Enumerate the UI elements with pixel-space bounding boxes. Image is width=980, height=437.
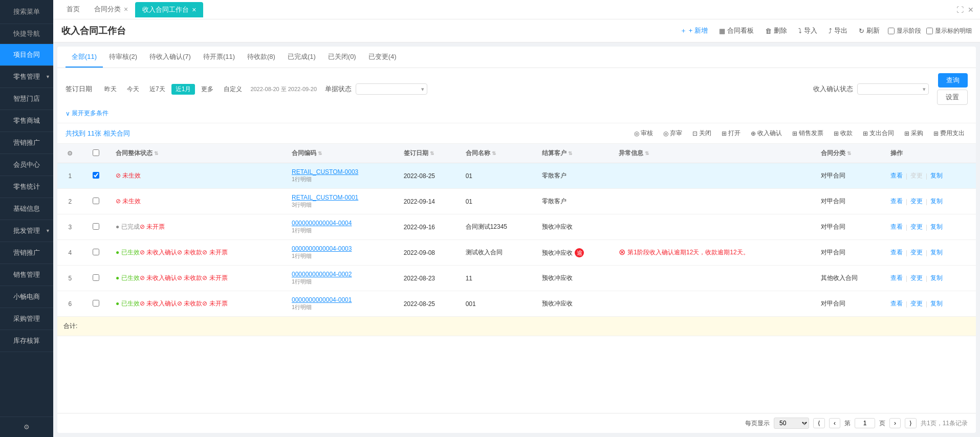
date-btn-custom[interactable]: 自定义: [220, 84, 246, 95]
action-查看[interactable]: 查看: [890, 299, 903, 308]
sidebar-item-smart-store[interactable]: 智慧门店: [0, 88, 53, 110]
tab-home[interactable]: 首页: [59, 1, 87, 19]
action-复制[interactable]: 复制: [930, 299, 943, 308]
first-page-button[interactable]: ⟨: [813, 418, 825, 428]
sort-icon-type[interactable]: ⇅: [847, 150, 851, 156]
last-page-button[interactable]: ⟩: [905, 418, 917, 428]
action-复制[interactable]: 复制: [930, 223, 943, 231]
status-tab-done[interactable]: 已完成(1): [281, 47, 322, 68]
sort-icon-abnormal[interactable]: ⇅: [645, 150, 649, 156]
date-btn-more[interactable]: 更多: [197, 84, 217, 95]
close-tab-contract-cat[interactable]: ×: [124, 5, 128, 13]
status-tab-pending-receipt[interactable]: 待收款(8): [241, 47, 281, 68]
sort-icon-status[interactable]: ⇅: [154, 150, 158, 156]
date-btn-today[interactable]: 今天: [123, 84, 143, 95]
sidebar-item-retail[interactable]: 零售管理: [0, 66, 53, 88]
abandon-button[interactable]: ◎ 弃审: [660, 127, 685, 139]
show-phase-checkbox[interactable]: 显示阶段: [888, 27, 921, 35]
sidebar-item-project[interactable]: 项目合同: [0, 44, 53, 66]
sidebar-item-stock[interactable]: 库存核算: [0, 330, 53, 352]
page-number-input[interactable]: [855, 418, 875, 428]
expense-payout-button[interactable]: ⊞ 费用支出: [930, 127, 968, 139]
close-button[interactable]: ⊡ 关闭: [689, 127, 714, 139]
maximize-icon[interactable]: ⛶: [956, 6, 964, 14]
sidebar-item-marketing1[interactable]: 营销推广: [0, 132, 53, 154]
sort-icon-date[interactable]: ⇅: [430, 150, 434, 156]
action-变更[interactable]: 变更: [910, 248, 923, 257]
row-checkbox[interactable]: [93, 274, 99, 281]
col-gear[interactable]: ⚙: [57, 144, 83, 163]
page-size-select[interactable]: 50 100: [774, 418, 809, 429]
row-checkbox[interactable]: [93, 249, 99, 255]
sidebar-search[interactable]: 搜索菜单: [0, 0, 53, 24]
sidebar-item-base-info[interactable]: 基础信息: [0, 198, 53, 220]
import-button[interactable]: ⤵ 导入: [795, 25, 820, 36]
kanban-button[interactable]: ▦ 合同看板: [716, 25, 757, 36]
expand-filter-button[interactable]: ∨ 展开更多条件: [66, 109, 108, 118]
action-复制[interactable]: 复制: [930, 171, 943, 180]
action-查看[interactable]: 查看: [890, 248, 903, 257]
sidebar-item-retail-stats[interactable]: 零售统计: [0, 176, 53, 198]
contract-code-link[interactable]: 0000000000004-0003: [292, 245, 391, 252]
status-tab-pending-invoice[interactable]: 待开票(11): [197, 47, 241, 68]
payout-contract-button[interactable]: ⊞ 支出合同: [860, 127, 897, 139]
action-复制[interactable]: 复制: [930, 197, 943, 206]
new-button[interactable]: ＋ + 新增: [677, 25, 711, 36]
action-查看[interactable]: 查看: [890, 274, 903, 282]
sidebar-item-member[interactable]: 会员中心: [0, 154, 53, 176]
date-btn-1month[interactable]: 近1月: [171, 84, 195, 95]
tab-income-workbench[interactable]: 收入合同工作台 ×: [135, 2, 203, 17]
date-btn-yesterday[interactable]: 昨天: [100, 84, 121, 95]
close-window-icon[interactable]: ✕: [968, 6, 974, 14]
sidebar-item-marketing2[interactable]: 营销推广: [0, 242, 53, 264]
row-checkbox[interactable]: [93, 300, 99, 307]
sidebar-item-sales[interactable]: 销售管理: [0, 264, 53, 286]
contract-code-link[interactable]: RETAIL_CUSTOM-0001: [292, 194, 391, 201]
doc-status-select[interactable]: [356, 83, 427, 95]
action-查看[interactable]: 查看: [890, 171, 903, 180]
status-tab-all[interactable]: 全部(11): [66, 47, 103, 68]
row-checkbox[interactable]: [93, 172, 99, 179]
sort-icon-code[interactable]: ⇅: [318, 150, 322, 156]
income-confirm-select[interactable]: [857, 83, 929, 95]
prev-page-button[interactable]: ‹: [829, 418, 840, 428]
status-tab-closed[interactable]: 已关闭(0): [322, 47, 362, 68]
status-tab-changed[interactable]: 已变更(4): [362, 47, 403, 68]
action-变更[interactable]: 变更: [910, 299, 923, 308]
filter-settings-button[interactable]: 设置: [937, 90, 968, 105]
status-tab-pending-review[interactable]: 待审核(2): [103, 47, 143, 68]
contract-code-link[interactable]: 0000000000004-0001: [292, 296, 391, 303]
action-变更[interactable]: 变更: [910, 223, 923, 231]
tab-contract-cat[interactable]: 合同分类 ×: [87, 1, 135, 19]
purchase-button[interactable]: ⊞ 采购: [901, 127, 926, 139]
action-复制[interactable]: 复制: [930, 248, 943, 257]
status-tab-pending-confirm[interactable]: 待收入确认(7): [143, 47, 197, 68]
sort-icon-customer[interactable]: ⇅: [568, 150, 572, 156]
contract-code-link[interactable]: 0000000000004-0004: [292, 220, 391, 227]
action-查看[interactable]: 查看: [890, 223, 903, 231]
col-checkbox[interactable]: [83, 144, 110, 163]
income-confirm-button[interactable]: ⊕ 收入确认: [748, 127, 785, 139]
delete-button[interactable]: 🗑 删除: [762, 25, 790, 36]
review-button[interactable]: ◎ 审核: [631, 127, 656, 139]
sidebar-item-ecom[interactable]: 零售商城: [0, 110, 53, 132]
sales-invoice-button[interactable]: ⊞ 销售发票: [789, 127, 826, 139]
export-button[interactable]: ⤴ 导出: [825, 25, 851, 36]
action-变更[interactable]: 变更: [910, 274, 923, 282]
print-button[interactable]: ⊞ 打开: [718, 127, 744, 139]
select-all-checkbox[interactable]: [93, 149, 99, 156]
close-tab-income-workbench[interactable]: ×: [192, 6, 196, 14]
action-复制[interactable]: 复制: [930, 274, 943, 282]
sort-icon-name[interactable]: ⇅: [492, 150, 496, 156]
sidebar-item-purchase[interactable]: 采购管理: [0, 308, 53, 330]
sidebar-quick-nav[interactable]: 快捷导航: [0, 24, 53, 44]
row-checkbox[interactable]: [93, 198, 99, 204]
date-btn-7days[interactable]: 近7天: [145, 84, 169, 95]
sidebar-settings[interactable]: ⚙: [0, 417, 53, 437]
row-checkbox[interactable]: [93, 223, 99, 230]
contract-code-link[interactable]: RETAIL_CUSTOM-0003: [292, 168, 391, 176]
show-detail-checkbox[interactable]: 显示标的明细: [926, 27, 972, 35]
query-button[interactable]: 查询: [938, 73, 968, 88]
sidebar-item-xiaochang[interactable]: 小畅电商: [0, 286, 53, 308]
next-page-button[interactable]: ›: [889, 418, 901, 428]
